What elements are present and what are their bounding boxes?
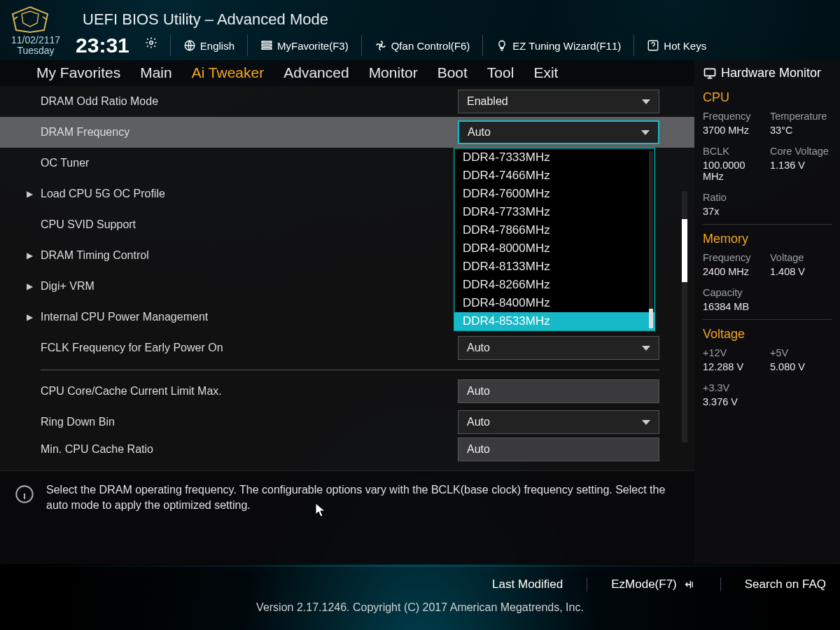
tab-main[interactable]: Main — [140, 64, 172, 81]
input-min-cache[interactable]: Auto — [458, 438, 659, 461]
v12-value: 12.288 V — [703, 361, 764, 372]
label-fclk: FCLK Frequency for Early Power On — [41, 342, 223, 354]
label-digi-vrm: Digi+ VRM — [41, 280, 94, 293]
help-text: Select the DRAM operating frequency. The… — [46, 482, 676, 512]
label-ring-down: Ring Down Bin — [41, 416, 115, 428]
select-ring-down[interactable]: Auto — [458, 410, 659, 434]
row-cpu-cache-limit[interactable]: CPU Core/Cache Current Limit Max. Auto — [0, 376, 694, 407]
label-cpu-svid: CPU SVID Support — [41, 218, 136, 231]
tab-monitor[interactable]: Monitor — [369, 64, 418, 81]
row-ring-down-bin[interactable]: Ring Down Bin Auto — [0, 407, 694, 438]
svg-rect-4 — [262, 48, 272, 49]
svg-point-0 — [150, 41, 153, 45]
main-tabbar: My Favorites Main Ai Tweaker Advanced Mo… — [0, 60, 694, 86]
label-dram-timing: DRAM Timing Control — [41, 249, 149, 262]
dd-item-selected[interactable]: DDR4-8533MHz — [454, 312, 654, 330]
row-dram-frequency[interactable]: DRAM Frequency Auto — [0, 117, 694, 148]
label-cpu-cache-limit: CPU Core/Cache Current Limit Max. — [41, 385, 222, 398]
chevron-right-icon: ▶ — [27, 281, 33, 291]
hotkeys-link[interactable]: Hot Keys — [647, 39, 706, 52]
app-title: UEFI BIOS Utility – Advanced Mode — [83, 10, 328, 29]
label-min-cache: Min. CPU Cache Ratio — [41, 443, 153, 456]
globe-icon — [183, 39, 196, 52]
last-modified-link[interactable]: Last Modified — [492, 578, 563, 592]
qfan-link[interactable]: Qfan Control(F6) — [374, 39, 470, 52]
cpu-bclk-value: 100.0000 MHz — [703, 160, 764, 182]
row-min-cache-ratio[interactable]: Min. CPU Cache Ratio Auto — [0, 438, 694, 461]
chevron-right-icon: ▶ — [27, 189, 33, 199]
select-fclk[interactable]: Auto — [458, 336, 659, 360]
settings-scroll-thumb[interactable] — [682, 219, 687, 282]
mem-voltage-value: 1.408 V — [770, 266, 832, 277]
label-internal-cpu-pm: Internal CPU Power Management — [41, 311, 208, 323]
eztuning-link[interactable]: EZ Tuning Wizard(F11) — [496, 39, 621, 52]
dd-item[interactable]: DDR4-7733MHz — [454, 203, 654, 221]
v33-value: 3.376 V — [703, 396, 764, 407]
help-bar: Select the DRAM operating frequency. The… — [0, 470, 694, 564]
dd-item[interactable]: DDR4-7866MHz — [454, 221, 654, 239]
search-faq-link[interactable]: Search on FAQ — [745, 578, 826, 592]
question-icon — [647, 39, 659, 52]
label-dram-odd-ratio: DRAM Odd Ratio Mode — [41, 95, 158, 108]
dd-item[interactable]: DDR4-7333MHz — [454, 148, 654, 167]
dropdown-scroll-thumb[interactable] — [649, 309, 653, 328]
dd-item[interactable]: DDR4-7600MHz — [454, 185, 654, 203]
bulb-icon — [496, 39, 508, 52]
section-divider — [41, 370, 659, 370]
tab-my-favorites[interactable]: My Favorites — [36, 64, 120, 81]
cpu-temperature-value: 33°C — [770, 125, 832, 136]
label-load-5g: Load CPU 5G OC Profile — [41, 188, 165, 200]
date-block: 11/02/2117 Tuesday — [11, 35, 60, 57]
monitor-icon — [703, 66, 717, 80]
svg-rect-2 — [262, 41, 272, 43]
clock-time: 23:31 — [76, 34, 130, 57]
tab-tool[interactable]: Tool — [487, 64, 514, 81]
info-icon — [14, 484, 35, 505]
brand-logo — [6, 6, 55, 34]
exit-icon — [682, 579, 696, 590]
dropdown-scrollbar[interactable] — [649, 151, 653, 328]
dd-item[interactable]: DDR4-8266MHz — [454, 276, 654, 294]
tab-exit[interactable]: Exit — [533, 64, 558, 81]
v5-value: 5.080 V — [770, 361, 832, 372]
select-dram-odd-ratio[interactable]: Enabled — [458, 90, 659, 113]
ezmode-link[interactable]: EzMode(F7) — [611, 578, 696, 592]
hardware-monitor-sidebar: Hardware Monitor CPU Frequency Temperatu… — [694, 60, 840, 564]
row-dram-odd-ratio[interactable]: DRAM Odd Ratio Mode Enabled — [0, 86, 694, 117]
cpu-frequency-value: 3700 MHz — [703, 125, 764, 136]
tab-boot[interactable]: Boot — [438, 64, 468, 81]
tab-advanced[interactable]: Advanced — [284, 64, 349, 81]
cpu-corev-value: 1.136 V — [770, 160, 832, 182]
dd-item[interactable]: DDR4-7466MHz — [454, 167, 654, 185]
input-cpu-cache-limit[interactable]: Auto — [458, 379, 659, 403]
svg-rect-3 — [262, 45, 272, 46]
settings-gear-icon[interactable] — [145, 36, 158, 49]
label-oc-tuner: OC Tuner — [41, 157, 89, 169]
mem-frequency-value: 2400 MHz — [703, 266, 764, 277]
mem-capacity-value: 16384 MB — [703, 301, 764, 312]
sb-memory-heading: Memory — [703, 232, 832, 246]
sb-voltage-heading: Voltage — [703, 327, 832, 342]
label-dram-frequency: DRAM Frequency — [41, 126, 130, 139]
row-fclk[interactable]: FCLK Frequency for Early Power On Auto — [0, 332, 694, 363]
list-icon — [260, 39, 273, 52]
dd-item[interactable]: DDR4-8400MHz — [454, 294, 654, 312]
dd-item[interactable]: DDR4-8133MHz — [454, 258, 654, 276]
dd-item[interactable]: DDR4-8000MHz — [454, 239, 654, 258]
sb-cpu-heading: CPU — [703, 90, 832, 105]
settings-scrollbar[interactable] — [682, 191, 687, 442]
myfavorite-link[interactable]: MyFavorite(F3) — [260, 39, 349, 52]
language-selector[interactable]: English — [183, 39, 234, 52]
chevron-right-icon: ▶ — [27, 312, 33, 322]
dram-frequency-dropdown[interactable]: DDR4-7333MHz DDR4-7466MHz DDR4-7600MHz D… — [454, 148, 655, 331]
cpu-ratio-value: 37x — [703, 206, 764, 217]
svg-rect-8 — [705, 69, 715, 76]
copyright-text: Version 2.17.1246. Copyright (C) 2017 Am… — [0, 594, 840, 614]
select-dram-frequency[interactable]: Auto — [458, 120, 659, 144]
chevron-right-icon: ▶ — [27, 251, 33, 260]
fan-icon — [374, 39, 387, 52]
tab-ai-tweaker[interactable]: Ai Tweaker — [192, 64, 265, 81]
